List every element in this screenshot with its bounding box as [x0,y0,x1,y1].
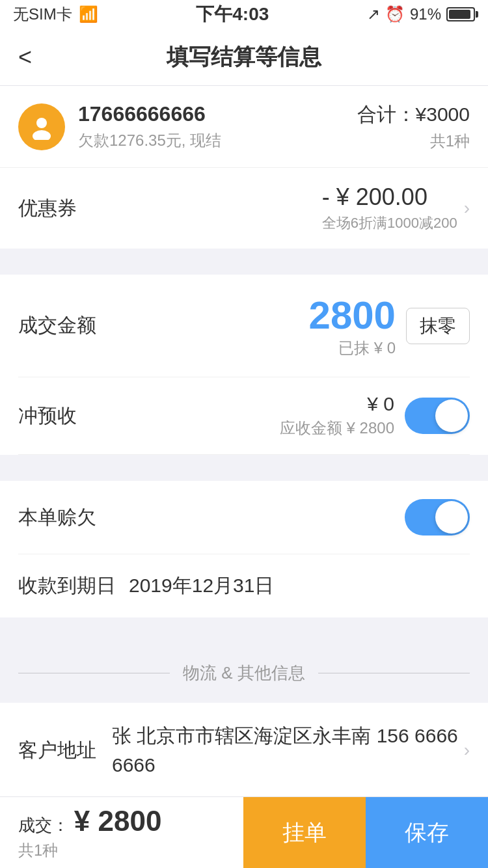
address-value: 张 北京市市辖区海淀区永丰南 156 6666 6666 [112,721,464,780]
customer-debt: 欠款1276.35元, 现结 [78,130,221,151]
wifi-icon: 📶 [79,5,98,23]
svg-point-1 [33,130,51,140]
customer-info: 17666666666 欠款1276.35元, 现结 [78,102,221,151]
debt-label: 本单赊欠 [18,504,96,531]
customer-card: 17666666666 欠款1276.35元, 现结 合计：¥3000 共1种 … [0,86,488,249]
chong-label: 冲预收 [18,403,77,429]
bottom-summary-amount: ¥ 2800 [74,805,162,837]
deal-amount-sub: 已抹 ¥ 0 [309,338,396,359]
back-button[interactable]: < [18,44,32,71]
due-date-value: 2019年12月31日 [129,573,274,599]
bottom-summary-line: 成交： ¥ 2800 [18,805,225,837]
content: 17666666666 欠款1276.35元, 现结 合计：¥3000 共1种 … [0,86,488,868]
status-bar: 无SIM卡 📶 下午4:03 ↗ ⏰ 91% [0,0,488,29]
customer-left: 17666666666 欠款1276.35元, 现结 [18,102,221,151]
bottom-summary-label: 成交： [18,815,69,835]
chong-precollect-row: 冲预收 ¥ 0 应收金额 ¥ 2800 [18,377,470,455]
coupon-chevron: › [464,198,470,219]
deal-amount-row: 成交金额 2800 已抹 ¥ 0 抹零 [18,275,470,377]
bottom-summary: 成交： ¥ 2800 共1种 [0,805,243,861]
bottom-bar: 成交： ¥ 2800 共1种 挂单 保存 [0,796,488,868]
deal-amount-value: 2800 [309,293,396,338]
round-zero-button[interactable]: 抹零 [406,308,470,344]
alarm-icon: ⏰ [385,5,405,23]
chong-amount: ¥ 0 [280,393,394,415]
deal-amount-col: 2800 已抹 ¥ 0 [309,293,396,359]
nav-bar: < 填写结算等信息 [0,29,488,86]
coupon-row[interactable]: 优惠券 - ¥ 200.00 全场6折满1000减200 › [0,167,488,249]
form-section-debt: 本单赊欠 收款到期日 2019年12月31日 [0,481,488,617]
section-divider-3 [0,631,488,644]
section-divider-1 [0,262,488,275]
chong-right: ¥ 0 应收金额 ¥ 2800 [280,393,470,439]
address-label: 客户地址 [18,737,96,764]
hang-button[interactable]: 挂单 [243,797,366,869]
status-time: 下午4:03 [196,2,269,27]
address-chevron: › [464,740,470,761]
page-title: 填写结算等信息 [167,42,321,72]
customer-right: 合计：¥3000 共1种 [357,102,470,152]
customer-phone: 17666666666 [78,102,221,126]
total-amount: 合计：¥3000 [357,102,470,128]
save-button[interactable]: 保存 [366,797,488,869]
carrier-label: 无SIM卡 [13,4,72,25]
chong-toggle-knob [435,400,468,432]
status-right: ↗ ⏰ 91% [367,5,475,23]
form-section-deal: 成交金额 2800 已抹 ¥ 0 抹零 冲预收 ¥ 0 应收金额 ¥ 2800 [0,275,488,455]
battery-percent: 91% [410,5,441,23]
debt-toggle[interactable] [405,499,470,536]
logistics-line-left [18,673,170,673]
coupon-desc: 全场6折满1000减200 [322,213,457,233]
coupon-amount: - ¥ 200.00 [322,183,457,211]
location-icon: ↗ [367,5,380,23]
coupon-label: 优惠券 [18,195,77,222]
status-left: 无SIM卡 📶 [13,4,98,25]
logistics-line-right [318,673,470,673]
customer-row: 17666666666 欠款1276.35元, 现结 合计：¥3000 共1种 [0,86,488,167]
deal-amount-label: 成交金额 [18,312,96,339]
avatar [18,103,65,150]
logistics-title: 物流 & 其他信息 [183,662,305,685]
coupon-right: - ¥ 200.00 全场6折满1000减200 › [322,183,470,233]
section-divider-2 [0,468,488,481]
chong-toggle[interactable] [405,398,470,434]
chong-sub: 应收金额 ¥ 2800 [280,418,394,439]
battery-icon [446,7,475,21]
debt-toggle-knob [435,501,468,534]
chong-amount-col: ¥ 0 应收金额 ¥ 2800 [280,393,394,439]
due-date-label: 收款到期日 [18,573,116,599]
logistics-header: 物流 & 其他信息 [0,644,488,703]
address-row[interactable]: 客户地址 张 北京市市辖区海淀区永丰南 156 6666 6666 › [0,703,488,798]
coupon-info: - ¥ 200.00 全场6折满1000减200 [322,183,457,233]
svg-point-0 [36,118,47,128]
debt-row: 本单赊欠 [18,481,470,554]
battery-fill [449,10,470,19]
bottom-summary-count: 共1种 [18,840,225,861]
due-date-row: 收款到期日 2019年12月31日 [18,554,470,617]
total-count: 共1种 [357,131,470,152]
deal-amount-value-area: 2800 已抹 ¥ 0 抹零 [309,293,470,359]
